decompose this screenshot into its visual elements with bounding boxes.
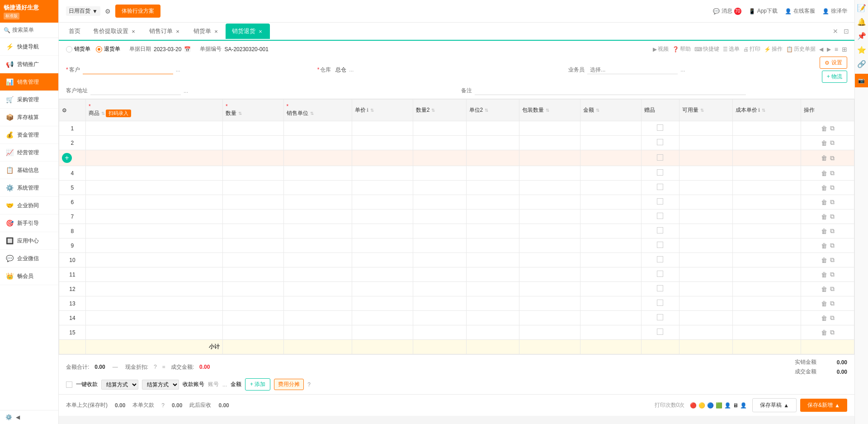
select-btn[interactable]: ☰ 选单 bbox=[723, 45, 740, 53]
maximize-window-icon[interactable]: ⊡ bbox=[842, 28, 851, 35]
qty2-cell[interactable] bbox=[413, 136, 466, 150]
message-btn[interactable]: 💬 消息 70 bbox=[713, 7, 741, 15]
col-sale-unit-sort-icon[interactable]: ⇅ bbox=[310, 111, 314, 116]
sidebar-bottom[interactable]: ⚙️ ◀ bbox=[0, 410, 58, 424]
note-input[interactable] bbox=[475, 86, 746, 95]
account-dots[interactable]: ... bbox=[222, 381, 227, 388]
sidebar-item-enterprise[interactable]: 🤝 企业协同 bbox=[0, 197, 58, 214]
col-available-sort-icon[interactable]: ⇅ bbox=[700, 108, 704, 113]
experience-btn[interactable]: 体验行业方案 bbox=[115, 5, 160, 18]
available-cell-active[interactable] bbox=[679, 150, 732, 166]
radio-return[interactable]: 退货单 bbox=[96, 45, 120, 53]
gift-cell-active[interactable] bbox=[641, 150, 679, 166]
add-payment-btn[interactable]: + 添加 bbox=[245, 378, 270, 391]
quantity-cell[interactable] bbox=[222, 136, 283, 150]
quantity-cell[interactable] bbox=[222, 121, 283, 136]
fee-help-icon[interactable]: ? bbox=[307, 381, 311, 388]
module-selector[interactable]: 日用百货 ▼ bbox=[66, 6, 100, 16]
customer-dots[interactable]: ... bbox=[176, 67, 180, 73]
delete-row-icon[interactable]: 🗑 bbox=[821, 139, 827, 147]
sale-unit-cell[interactable] bbox=[283, 136, 352, 150]
right-panel-icon-5[interactable]: 🔗 bbox=[857, 60, 866, 68]
tab-sale-delivery[interactable]: 销货单 × bbox=[187, 24, 226, 39]
right-panel-icon-1[interactable]: 📝 bbox=[857, 4, 866, 12]
delete-row-icon[interactable]: 🗑 bbox=[821, 228, 827, 235]
copy-row-icon[interactable]: ⧉ bbox=[830, 314, 835, 322]
save-draft-btn[interactable]: 保存草稿 ▲ bbox=[752, 398, 797, 412]
settings-gear-icon[interactable]: ⚙ bbox=[105, 8, 111, 15]
available-cell[interactable] bbox=[679, 136, 732, 150]
copy-row-icon[interactable]: ⧉ bbox=[830, 169, 835, 177]
delete-row-icon[interactable]: 🗑 bbox=[821, 184, 827, 191]
delete-row-icon[interactable]: 🗑 bbox=[821, 154, 827, 162]
tab-sale-order-close[interactable]: × bbox=[175, 28, 181, 34]
calc-method-select[interactable]: 结算方式 bbox=[101, 380, 138, 390]
delete-row-icon[interactable]: 🗑 bbox=[821, 125, 827, 132]
address-input[interactable] bbox=[90, 86, 181, 95]
unit2-cell[interactable] bbox=[466, 136, 519, 150]
product-cell-active[interactable] bbox=[85, 150, 222, 166]
sidebar-item-basic[interactable]: 📋 基础信息 bbox=[0, 162, 58, 179]
package-qty-cell[interactable] bbox=[519, 136, 580, 150]
list-view-icon[interactable]: ≡ bbox=[835, 46, 838, 53]
delete-row-icon[interactable]: 🗑 bbox=[821, 170, 827, 177]
close-window-icon[interactable]: ✕ bbox=[831, 28, 840, 35]
gift-cell[interactable] bbox=[641, 136, 679, 150]
right-panel-active-btn[interactable]: 📷 bbox=[855, 74, 868, 87]
video-btn[interactable]: ▶ 视频 bbox=[653, 45, 669, 53]
amount-cell[interactable] bbox=[580, 136, 641, 150]
app-download-btn[interactable]: 📱 App下载 bbox=[749, 7, 778, 15]
delete-row-icon[interactable]: 🗑 bbox=[821, 213, 827, 220]
cost-unit-price-info-icon[interactable]: ℹ bbox=[758, 107, 760, 113]
sidebar-item-marketing[interactable]: 📢 营销推广 bbox=[0, 56, 58, 73]
copy-row-icon[interactable]: ⧉ bbox=[830, 300, 835, 307]
tab-sale-return[interactable]: 销货退货 × bbox=[226, 24, 270, 39]
copy-row-icon[interactable]: ⧉ bbox=[830, 184, 835, 191]
copy-row-icon[interactable]: ⧉ bbox=[830, 213, 835, 220]
package-qty-cell[interactable] bbox=[519, 121, 580, 136]
delete-row-icon[interactable]: 🗑 bbox=[821, 286, 827, 293]
delete-row-icon[interactable]: 🗑 bbox=[821, 271, 827, 278]
account-method-select[interactable]: 结算方式 bbox=[142, 380, 179, 390]
salesperson-input[interactable] bbox=[587, 66, 678, 74]
unit-price-cell[interactable] bbox=[352, 136, 413, 150]
delete-row-icon[interactable]: 🗑 bbox=[821, 199, 827, 206]
tab-sale-order[interactable]: 销售订单 × bbox=[143, 24, 187, 39]
col-quantity2-sort-icon[interactable]: ⇅ bbox=[431, 108, 435, 113]
copy-row-icon[interactable]: ⧉ bbox=[830, 154, 835, 162]
save-new-btn[interactable]: 保存&新增 ▲ bbox=[800, 399, 847, 412]
col-cost-unit-price-sort-icon[interactable]: ⇅ bbox=[762, 108, 765, 113]
col-settings[interactable]: ⚙ bbox=[59, 100, 86, 121]
gift-cell[interactable] bbox=[641, 121, 679, 136]
delete-row-icon[interactable]: 🗑 bbox=[821, 300, 827, 307]
delete-row-icon[interactable]: 🗑 bbox=[821, 314, 827, 322]
delete-row-icon[interactable]: 🗑 bbox=[821, 329, 827, 336]
package-qty-cell-active[interactable] bbox=[519, 150, 580, 166]
grid-view-icon[interactable]: ⊞ bbox=[842, 46, 847, 53]
col-unit2-sort-icon[interactable]: ⇅ bbox=[485, 108, 488, 113]
right-panel-icon-4[interactable]: ⭐ bbox=[857, 46, 866, 54]
tab-sale-delivery-close[interactable]: × bbox=[213, 28, 219, 34]
copy-row-icon[interactable]: ⧉ bbox=[830, 242, 835, 249]
unit-price-cell-active[interactable] bbox=[352, 150, 413, 166]
tab-sale-price-close[interactable]: × bbox=[130, 28, 137, 34]
product-cell[interactable] bbox=[85, 136, 222, 150]
tab-sale-price[interactable]: 售价提取设置 × bbox=[87, 24, 143, 39]
product-input-active[interactable] bbox=[89, 155, 220, 161]
shortcut-btn[interactable]: ⌨ 快捷键 bbox=[694, 45, 719, 53]
nav-prev-icon[interactable]: ◀ bbox=[819, 46, 823, 52]
amount-cell-active[interactable] bbox=[580, 150, 641, 166]
available-cell[interactable] bbox=[679, 121, 732, 136]
delete-row-icon[interactable]: 🗑 bbox=[821, 257, 827, 264]
add-row-btn[interactable]: + bbox=[62, 153, 72, 163]
one-click-payment-checkbox[interactable] bbox=[66, 381, 72, 388]
unit2-cell-active[interactable] bbox=[466, 150, 519, 166]
col-quantity-sort-icon[interactable]: ⇅ bbox=[238, 111, 242, 116]
history-btn[interactable]: 📋 历史单据 bbox=[786, 45, 816, 53]
sidebar-item-system[interactable]: ⚙️ 系统管理 bbox=[0, 179, 58, 197]
help-btn[interactable]: ❓ 帮助 bbox=[672, 45, 691, 53]
nav-next-icon[interactable]: ▶ bbox=[827, 46, 831, 52]
cash-discount-help-icon[interactable]: ? bbox=[154, 364, 157, 370]
current-debt-icon[interactable]: ? bbox=[161, 402, 165, 409]
sidebar-item-sales[interactable]: 📊 销售管理 bbox=[0, 73, 58, 91]
